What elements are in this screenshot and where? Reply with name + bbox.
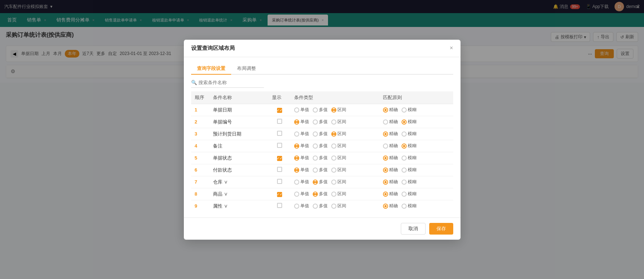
- dialog-search-area: 🔍: [191, 80, 264, 83]
- settings-dialog: 设置查询区域布局 × 查询字段设置 布局调整 🔍 顺序: [184, 40, 461, 83]
- dialog-tabs: 查询字段设置 布局调整: [191, 63, 453, 75]
- dialog-close-button[interactable]: ×: [450, 45, 453, 51]
- dialog-body: 查询字段设置 布局调整 🔍 顺序 条件名称 显示 条件类型: [184, 57, 461, 83]
- dialog-title: 设置查询区域布局: [191, 45, 235, 52]
- dialog-header: 设置查询区域布局 ×: [184, 40, 461, 57]
- modal-overlay: 设置查询区域布局 × 查询字段设置 布局调整 🔍 顺序: [0, 0, 644, 83]
- dialog-tab-layout[interactable]: 布局调整: [231, 63, 262, 75]
- search-input[interactable]: [198, 80, 257, 83]
- dialog-tab-fields[interactable]: 查询字段设置: [191, 63, 231, 75]
- search-icon: 🔍: [191, 80, 197, 83]
